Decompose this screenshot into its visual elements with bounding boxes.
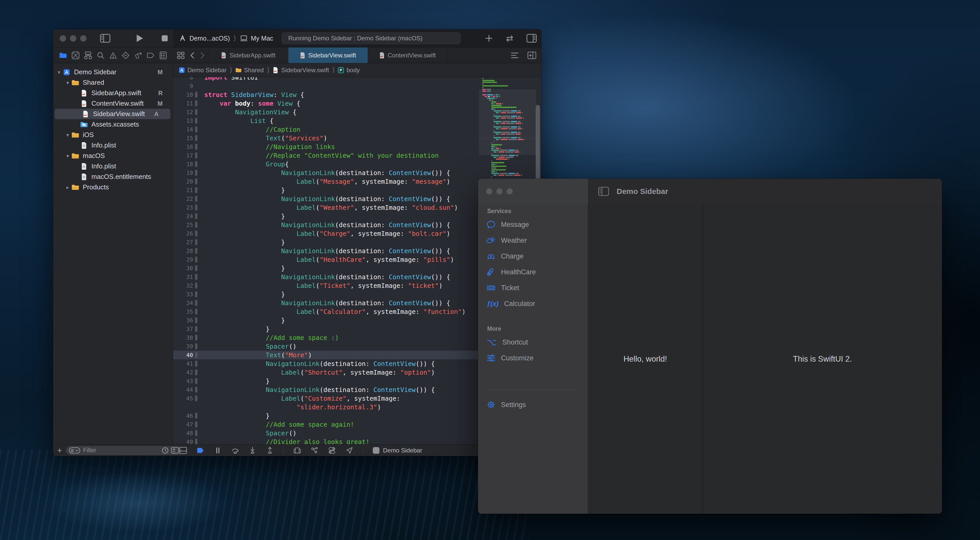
line-number[interactable]: 38 [173, 335, 193, 341]
sidebar-item-healthcare[interactable]: HealthCare [478, 264, 588, 280]
tree-row-info-plist[interactable]: Info.plist [53, 140, 173, 151]
line-number[interactable]: 41 [173, 361, 193, 367]
project-navigator-icon[interactable] [59, 52, 67, 59]
line-number[interactable]: 22 [173, 196, 193, 202]
toggle-inspector-icon[interactable] [527, 34, 537, 43]
tree-row-products[interactable]: ▸Products [53, 182, 173, 192]
symbol-navigator-icon[interactable] [84, 52, 92, 59]
line-number[interactable]: 40 [173, 352, 193, 358]
line-number[interactable]: 14 [173, 126, 193, 133]
line-number[interactable]: 32 [173, 283, 193, 289]
activity-status[interactable]: Running Demo Sidebar : Demo Sidebar (mac… [282, 32, 461, 44]
run-button[interactable] [136, 34, 143, 42]
disclosure-chevron-icon[interactable]: ▾ [64, 79, 72, 86]
tree-row-assets-xcassets[interactable]: Assets.xcassets [53, 119, 173, 130]
line-number[interactable]: 30 [173, 265, 193, 272]
line-number[interactable]: 20 [173, 178, 193, 185]
hide-debug-area-icon[interactable] [179, 447, 187, 454]
report-navigator-icon[interactable] [159, 52, 167, 59]
tree-row-macos-entitlements[interactable]: macOS.entitlements [53, 172, 173, 182]
add-editor-icon[interactable] [528, 52, 536, 59]
line-number[interactable]: 43 [173, 378, 193, 384]
line-number[interactable]: 44 [173, 387, 193, 393]
line-number[interactable]: 9 [173, 83, 193, 89]
line-number[interactable]: 33 [173, 291, 193, 297]
disclosure-chevron-icon[interactable]: ▾ [64, 132, 72, 138]
tree-row-demo-sidebar[interactable]: ▾Demo SidebarM [53, 67, 173, 77]
line-number[interactable]: 23 [173, 205, 193, 211]
related-items-icon[interactable] [177, 52, 185, 59]
sidebar-item-weather[interactable]: Weather [478, 232, 588, 248]
line-number[interactable]: 13 [173, 118, 193, 124]
add-filter-icon[interactable]: + [57, 446, 62, 454]
line-number[interactable]: 27 [173, 239, 193, 246]
environment-overrides-icon[interactable] [328, 447, 336, 454]
sidebar-item-calculator[interactable]: ƒ(x)Calculator [478, 296, 588, 311]
minimize-button[interactable] [496, 188, 503, 194]
line-number[interactable]: 24 [173, 213, 193, 219]
source-control-icon[interactable] [72, 52, 80, 59]
line-number[interactable]: 28 [173, 248, 193, 254]
tab-sidebarview-swift[interactable]: SidebarView.swift [288, 48, 368, 63]
line-number[interactable]: 37 [173, 326, 193, 332]
breakpoint-navigator-icon[interactable] [147, 52, 154, 59]
line-number[interactable]: 16 [173, 144, 193, 150]
breadcrumb-item-shared[interactable]: Shared [235, 67, 264, 74]
go-back-icon[interactable] [190, 52, 194, 59]
tree-row-sidebarview-swift[interactable]: SidebarView.swiftA [55, 109, 170, 119]
line-number[interactable]: 18 [173, 161, 193, 167]
line-number[interactable]: 42 [173, 369, 193, 376]
tab-contentview-swift[interactable]: ContentView.swift [368, 48, 448, 63]
line-number[interactable]: 49 [173, 439, 193, 445]
find-navigator-icon[interactable] [97, 52, 105, 59]
line-number[interactable]: 48 [173, 430, 193, 437]
line-number[interactable]: 17 [173, 152, 193, 159]
filter-menu-icon[interactable] [69, 447, 80, 454]
line-number[interactable]: 29 [173, 256, 193, 263]
disclosure-chevron-icon[interactable]: ▾ [55, 69, 63, 75]
pause-icon[interactable] [214, 447, 222, 454]
step-into-icon[interactable] [249, 447, 256, 454]
filter-input[interactable] [83, 446, 159, 454]
tab-sidebarapp-swift[interactable]: SidebarApp.swift [208, 48, 288, 63]
tree-row-ios[interactable]: ▾iOS [53, 130, 173, 140]
breakpoint-activate-icon[interactable] [197, 447, 204, 454]
tree-row-shared[interactable]: ▾Shared [53, 77, 173, 88]
line-number[interactable]: 21 [173, 187, 193, 194]
issue-navigator-icon[interactable] [109, 52, 117, 59]
running-app-indicator[interactable]: Demo Sidebar [373, 447, 422, 454]
memory-graph-icon[interactable] [311, 447, 318, 454]
line-number[interactable]: 15 [173, 135, 193, 141]
toggle-sidebar-icon[interactable] [598, 187, 609, 196]
line-number[interactable]: 11 [173, 100, 193, 107]
line-number[interactable]: 46 [173, 413, 193, 419]
simulate-location-icon[interactable] [345, 447, 353, 454]
view-hierarchy-icon[interactable] [293, 447, 301, 454]
filter-field[interactable] [66, 446, 181, 455]
tree-row-sidebarapp-swift[interactable]: SidebarApp.swiftR [53, 88, 173, 98]
stop-button[interactable] [161, 35, 168, 41]
minimize-button[interactable] [70, 35, 76, 41]
line-number[interactable]: 31 [173, 274, 193, 280]
sidebar-item-customize[interactable]: Customize [478, 350, 588, 366]
editor-options-icon[interactable] [511, 52, 519, 59]
test-navigator-icon[interactable] [122, 52, 129, 59]
library-add-icon[interactable] [485, 35, 493, 42]
sidebar-item-settings[interactable]: Settings [478, 397, 588, 413]
line-number[interactable]: 25 [173, 222, 193, 228]
sidebar-item-charge[interactable]: Charge [478, 248, 588, 264]
line-number[interactable]: 36 [173, 317, 193, 324]
tree-row-info-plist[interactable]: Info.plist [53, 161, 173, 172]
line-number[interactable]: 8 [173, 77, 193, 81]
line-number[interactable]: 35 [173, 308, 193, 315]
disclosure-chevron-icon[interactable]: ▾ [64, 153, 72, 159]
sidebar-item-ticket[interactable]: Ticket [478, 280, 588, 296]
go-forward-icon[interactable] [200, 52, 205, 59]
zoom-button[interactable] [507, 188, 513, 194]
breadcrumb-item-sidebarview-swift[interactable]: SidebarView.swift [272, 67, 329, 74]
sidebar-item-message[interactable]: Message [478, 217, 588, 232]
close-button[interactable] [486, 188, 492, 194]
debug-navigator-icon[interactable] [134, 52, 142, 59]
line-number[interactable]: 39 [173, 343, 193, 349]
recent-filter-icon[interactable] [162, 447, 169, 454]
